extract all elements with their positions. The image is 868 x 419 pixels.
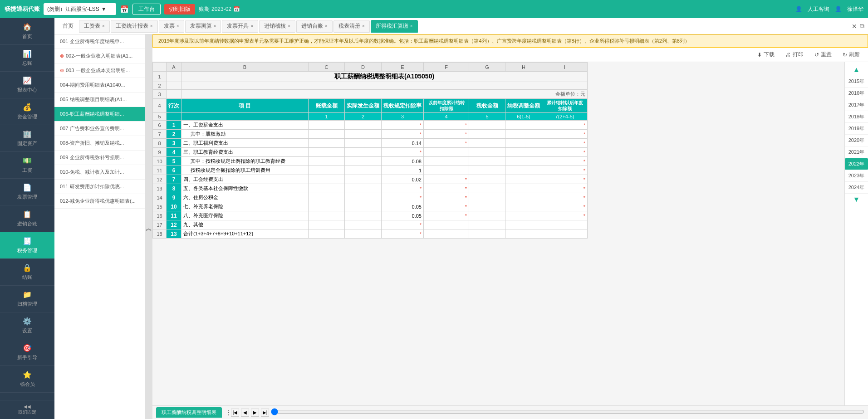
reset-btn[interactable]: ↺ 重置: [812, 49, 834, 60]
tab-purchase-verify-close[interactable]: ×: [288, 24, 290, 29]
sidebar-item-home[interactable]: 🏠 首页: [0, 18, 54, 45]
scroll-right-btn[interactable]: ▶: [251, 409, 259, 417]
tab-income-tax-close[interactable]: ×: [410, 24, 413, 29]
cell-17C[interactable]: [309, 220, 345, 229]
cell-7D[interactable]: [345, 130, 382, 139]
cell-16G[interactable]: [469, 211, 505, 220]
download-btn[interactable]: ⬇ 下载: [755, 49, 777, 60]
year-2015[interactable]: 2015年: [845, 76, 868, 88]
cell-8D[interactable]: [345, 139, 382, 148]
tab-income-tax[interactable]: 所得税汇算缴 ×: [371, 20, 418, 33]
cell-15-xm[interactable]: 七、补充养老保险: [181, 202, 309, 211]
sidebar-item-guide[interactable]: 🎯 新手引导: [0, 339, 54, 366]
print-btn[interactable]: 🖨 打印: [783, 49, 806, 60]
sheet-tab-active[interactable]: 职工薪酬纳税调整明细表: [156, 407, 222, 418]
refresh-btn[interactable]: ↻ 刷新: [840, 49, 863, 60]
cell-10D[interactable]: [345, 157, 382, 166]
cell-10G[interactable]: [469, 157, 505, 166]
year-2018[interactable]: 2018年: [845, 111, 868, 123]
sidebar-item-fixed-asset[interactable]: 🏢 固定资产: [0, 125, 54, 152]
cell-6C[interactable]: [309, 121, 345, 130]
tab-purchase-ledger-close[interactable]: ×: [325, 24, 328, 29]
form-list-item-002[interactable]: ⊗ 002-一般企业收入明细表(A1...: [54, 49, 145, 63]
cell-16E[interactable]: 0.05: [382, 211, 424, 220]
cell-11G[interactable]: [469, 166, 505, 175]
cell-18I[interactable]: [542, 229, 588, 239]
cancel-fixed-btn[interactable]: ◀◀ 取消固定: [0, 400, 54, 419]
cell-8H[interactable]: [505, 139, 542, 148]
cell-18G[interactable]: [469, 229, 505, 239]
workbench-button[interactable]: 工作台: [132, 4, 161, 15]
cell-9F[interactable]: [424, 148, 469, 157]
year-2016[interactable]: 2016年: [845, 88, 868, 99]
cell-17I[interactable]: [542, 220, 588, 229]
cell-13D[interactable]: [345, 184, 382, 193]
tab-invoice[interactable]: 发票 ×: [159, 20, 184, 33]
tab-invoice-open[interactable]: 发票开具 ×: [222, 20, 258, 33]
cell-12G[interactable]: [469, 175, 505, 184]
sidebar-item-salary[interactable]: 💵 工资: [0, 152, 54, 179]
cell-10C[interactable]: [309, 157, 345, 166]
scroll-left-btn[interactable]: ◀: [241, 409, 249, 417]
cell-7H[interactable]: [505, 130, 542, 139]
cell-15D[interactable]: [345, 202, 382, 211]
cell-14H[interactable]: [505, 193, 542, 202]
year-2019[interactable]: 2019年: [845, 123, 868, 135]
cell-12-xm[interactable]: 四、工会经费支出: [181, 175, 309, 184]
sidebar-item-closing[interactable]: 🔒 结账: [0, 259, 54, 286]
form-list-item-005[interactable]: 005-纳税调整项目明细表(A1...: [54, 93, 145, 107]
tab-tax-clearance-close[interactable]: ×: [362, 24, 365, 29]
form-list-item-011[interactable]: 011-研发费用加计扣除优惠...: [54, 180, 145, 194]
sidebar-item-archive[interactable]: 📁 归档管理: [0, 286, 54, 312]
cell-16D[interactable]: [345, 211, 382, 220]
sidebar-item-asset-mgmt[interactable]: 💰 资金管理: [0, 98, 54, 125]
tab-invoice-calc-close[interactable]: ×: [214, 24, 216, 29]
tab-purchase-verify[interactable]: 进销稽核 ×: [259, 20, 295, 33]
form-list-item-006[interactable]: 006-职工薪酬纳税调整明细...: [54, 107, 145, 122]
cell-11H[interactable]: [505, 166, 542, 175]
cell-6H[interactable]: [505, 121, 542, 130]
cell-9G[interactable]: [469, 148, 505, 157]
form-list-item-004[interactable]: 004-期间费用明细表(A1040...: [54, 78, 145, 93]
year-nav-down-btn[interactable]: ▼: [845, 194, 868, 205]
cell-14D[interactable]: [345, 193, 382, 202]
cell-16-xm[interactable]: 八、补充医疗保险: [181, 211, 309, 220]
company-selector[interactable]: (勿删）江西股宝-LSS ▼: [44, 3, 116, 15]
form-list-item-003[interactable]: ⊗ 003-一般企业成本支出明细...: [54, 63, 145, 78]
sheet-options-btn[interactable]: ⋮: [226, 409, 231, 416]
cell-6D[interactable]: [345, 121, 382, 130]
cell-12H[interactable]: [505, 175, 542, 184]
cell-8-xm[interactable]: 二、职工福利费支出: [181, 139, 309, 148]
year-2021[interactable]: 2021年: [845, 146, 868, 158]
cell-11E[interactable]: 1: [382, 166, 424, 175]
cell-6G[interactable]: [469, 121, 505, 130]
year-2017[interactable]: 2017年: [845, 99, 868, 111]
sidebar-item-ledger[interactable]: 📊 总账: [0, 45, 54, 72]
tab-expand-btn[interactable]: ⧉: [860, 22, 864, 30]
form-list-item-009[interactable]: 009-企业所得税弥补亏损明...: [54, 151, 145, 165]
cell-14-xm[interactable]: 六、住房公积金: [181, 193, 309, 202]
cell-13G[interactable]: [469, 184, 505, 193]
cell-18-xm[interactable]: 合计(1+3+4+7+8+9+10+11+12): [181, 229, 309, 239]
cell-7G[interactable]: [469, 130, 505, 139]
switch-old-button[interactable]: 切到旧版: [164, 4, 195, 15]
scroll-left-start-btn[interactable]: |◀: [231, 409, 239, 417]
cell-11F[interactable]: [424, 166, 469, 175]
cell-15C[interactable]: [309, 202, 345, 211]
form-list-item-008[interactable]: 008-资产折旧、摊销及纳税...: [54, 136, 145, 151]
cell-13H[interactable]: [505, 184, 542, 193]
form-list-item-007[interactable]: 007-广告费和业务宣传费明...: [54, 122, 145, 136]
sidebar-item-membership[interactable]: ⭐ 畅会员: [0, 366, 54, 393]
support-label[interactable]: 人工客询: [808, 5, 829, 13]
cell-7C[interactable]: [309, 130, 345, 139]
form-list-item-012[interactable]: 012-减免企业所得税优惠明细表(...: [54, 194, 145, 209]
cell-15E[interactable]: 0.05: [382, 202, 424, 211]
cell-17D[interactable]: [345, 220, 382, 229]
form-list-item-001[interactable]: 001-企业所得税年度纳税申...: [54, 34, 145, 49]
cell-15G[interactable]: [469, 202, 505, 211]
bottom-scrollbar[interactable]: [271, 409, 864, 416]
year-2022[interactable]: 2022年: [845, 158, 868, 170]
year-2024[interactable]: 2024年: [845, 182, 868, 194]
scroll-right-end-btn[interactable]: ▶|: [261, 409, 269, 417]
cell-14C[interactable]: [309, 193, 345, 202]
